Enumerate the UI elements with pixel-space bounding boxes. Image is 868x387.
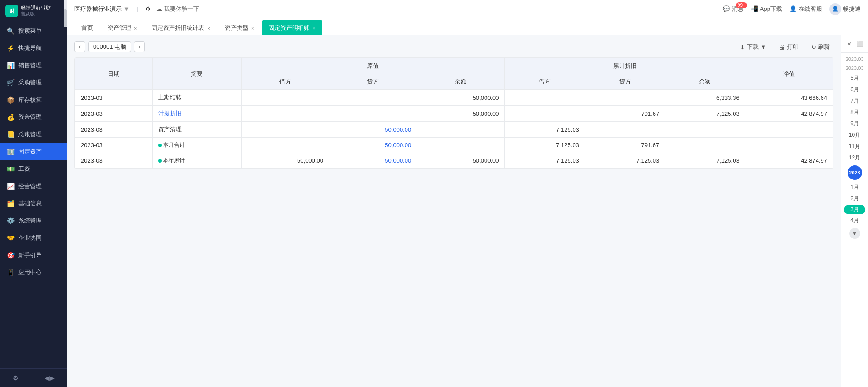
tab-asset-manage[interactable]: 资产管理 ×: [101, 20, 144, 35]
app-edition: 普及版: [21, 11, 51, 17]
cell-date: 2023-03: [75, 90, 153, 106]
purchase-icon: 🛒: [6, 79, 15, 87]
sidebar-item-appcenter[interactable]: 📱 应用中心: [0, 264, 67, 281]
search-icon: 🔍: [6, 27, 15, 35]
sidebar-item-fixedasset[interactable]: 🏢 固定资产: [0, 143, 67, 160]
username: 畅捷通: [843, 5, 861, 13]
tab-depreciation-label: 固定资产折旧统计表: [151, 24, 204, 32]
timeline-month-5[interactable]: 5月: [841, 73, 868, 84]
tab-asset-detail[interactable]: 固定资产明细账 ×: [262, 20, 322, 35]
cell-summary: 资产清理: [152, 122, 241, 138]
sidebar-item-ledger[interactable]: 📒 总账管理: [0, 126, 67, 143]
sidebar-label-basicinfo: 基础信息: [18, 199, 42, 208]
tab-home[interactable]: 首页: [74, 20, 100, 35]
table-row: 2023-03 计提折旧 50,000.00 791.67 7,125.03 4…: [75, 106, 833, 122]
sidebar-item-purchase[interactable]: 🛒 采购管理: [0, 74, 67, 91]
cell-accum-credit: [585, 122, 665, 138]
cell-summary: 本年累计: [152, 153, 241, 169]
cell-orig-balance: 50,000.00: [417, 153, 505, 169]
cell-summary[interactable]: 计提折旧: [152, 106, 241, 122]
inventory-icon: 📦: [6, 96, 15, 104]
online-service-btn[interactable]: 👤 在线客服: [789, 5, 822, 13]
cell-accum-credit: [585, 90, 665, 106]
fixed-asset-table: 日期 摘要 原值 累计折旧 净值: [74, 57, 833, 169]
sidebar-item-quicknav[interactable]: ⚡ 快捷导航: [0, 40, 67, 57]
timeline-year-badge[interactable]: 2023: [848, 165, 862, 180]
print-icon: 🖨: [779, 44, 785, 50]
timeline-month-2[interactable]: 2月: [841, 193, 868, 204]
sidebar-item-enterprise[interactable]: 🤝 企业协同: [0, 229, 67, 247]
cell-orig-debit: [241, 122, 329, 138]
sidebar-item-inventory[interactable]: 📦 库存核算: [0, 91, 67, 109]
timeline-month-8[interactable]: 8月: [841, 107, 868, 118]
sidebar-item-operations[interactable]: 📈 经营管理: [0, 178, 67, 195]
settings-button[interactable]: ⚙: [9, 372, 22, 383]
app-download-label: App下载: [760, 5, 782, 13]
th-orig-debit: 借方: [241, 74, 329, 90]
prev-asset-btn[interactable]: ‹: [74, 41, 85, 52]
tab-asset-type[interactable]: 资产类型 ×: [218, 20, 261, 35]
sidebar-item-salary[interactable]: 💵 工资: [0, 160, 67, 178]
timeline-month-1[interactable]: 1月: [841, 182, 868, 193]
tab-asset-type-close[interactable]: ×: [251, 25, 254, 31]
appcenter-icon: 📱: [6, 268, 15, 277]
sidebar-label-purchase: 采购管理: [18, 79, 42, 87]
cell-orig-credit: 50,000.00: [329, 122, 417, 138]
experience-btn[interactable]: ☁ 我要体验一下: [156, 5, 199, 13]
print-btn[interactable]: 🖨 打印: [775, 41, 802, 53]
avatar: 👤: [829, 3, 841, 15]
cell-net-value: [745, 122, 833, 138]
user-avatar-btn[interactable]: 👤 畅捷通: [829, 3, 861, 15]
sidebar-label-system: 系统管理: [18, 217, 42, 225]
messages-btn[interactable]: 💬 消息 99+: [723, 5, 744, 13]
cloud-icon: ☁: [156, 5, 162, 12]
right-panel: ✕ ⬜ 2023.03 2023.03 5月 6月 7月 8月 9月 10月 1…: [841, 35, 868, 387]
cell-orig-balance: [417, 138, 505, 153]
collapse-button[interactable]: ◀▶: [41, 372, 58, 383]
sidebar-item-sales[interactable]: 📊 销售管理: [0, 57, 67, 74]
topbar-right: 💬 消息 99+ 📲 App下载 👤 在线客服 👤 畅捷通: [723, 3, 861, 15]
summary-badge: 本年累计: [158, 157, 185, 164]
sidebar-item-finance[interactable]: 💰 资金管理: [0, 109, 67, 126]
download-icon: 📲: [751, 5, 758, 12]
tab-asset-detail-close[interactable]: ×: [312, 25, 315, 31]
timeline-month-12[interactable]: 12月: [841, 152, 868, 164]
tab-depreciation-close[interactable]: ×: [207, 25, 210, 31]
next-asset-btn[interactable]: ›: [134, 41, 145, 52]
th-summary: 摘要: [152, 58, 241, 90]
quicknav-icon: ⚡: [6, 44, 15, 52]
tab-depreciation[interactable]: 固定资产折旧统计表 ×: [144, 20, 217, 35]
timeline-month-4[interactable]: 4月: [841, 215, 868, 226]
cell-accum-balance: [665, 122, 745, 138]
download-btn[interactable]: ⬇ 下载 ▼: [736, 41, 770, 53]
timeline-month-11[interactable]: 11月: [841, 141, 868, 152]
sidebar-menu: 🔍 搜索菜单 ⚡ 快捷导航 📊 销售管理 🛒 采购管理 📦 库存核算 💰 资金管…: [0, 22, 67, 368]
settings-gear[interactable]: ⚙: [145, 5, 151, 12]
cell-summary: 上期结转: [152, 90, 241, 106]
cell-orig-credit: [329, 90, 417, 106]
app-logo: 财 畅捷通好业财 普及版: [0, 0, 67, 22]
timeline-month-3-active[interactable]: 3月: [844, 205, 865, 214]
sidebar-item-system[interactable]: ⚙️ 系统管理: [0, 212, 67, 229]
sidebar-item-newguide[interactable]: 🎯 新手引导: [0, 247, 67, 264]
timeline-month-9[interactable]: 9月: [841, 118, 868, 129]
refresh-btn[interactable]: ↻ 刷新: [808, 41, 833, 53]
sidebar-item-search[interactable]: 🔍 搜索菜单: [0, 22, 67, 40]
panel-close-icon[interactable]: ✕: [845, 40, 854, 49]
cell-accum-balance: 7,125.03: [665, 153, 745, 169]
content-main: ‹ 000001 电脑 › ⬇ 下载 ▼ 🖨 打印 ↻: [67, 35, 841, 387]
app-download-btn[interactable]: 📲 App下载: [751, 5, 782, 13]
timeline-month-7[interactable]: 7月: [841, 95, 868, 107]
panel-expand-icon[interactable]: ⬜: [856, 40, 865, 49]
timeline-scroll-down[interactable]: ▼: [849, 228, 860, 239]
company-selector[interactable]: 医疗器械行业演示 ▼: [74, 5, 129, 13]
th-accum-balance: 余额: [665, 74, 745, 90]
sales-icon: 📊: [6, 61, 15, 69]
timeline-month-6[interactable]: 6月: [841, 84, 868, 95]
gear-icon: ⚙: [145, 5, 151, 12]
sidebar-item-basicinfo[interactable]: 🗂️ 基础信息: [0, 195, 67, 212]
timeline-month-10[interactable]: 10月: [841, 129, 868, 141]
th-net-value: 净值: [745, 58, 833, 90]
cell-accum-debit: 7,125.03: [505, 122, 585, 138]
tab-asset-manage-close[interactable]: ×: [134, 25, 137, 31]
